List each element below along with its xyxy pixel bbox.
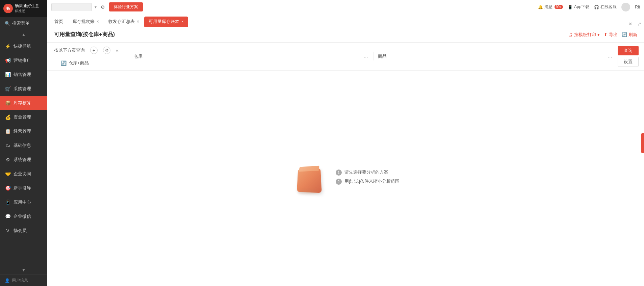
- warehouse-input[interactable]: [145, 52, 360, 61]
- sidebar-item-system[interactable]: ⚙ 系统管理: [0, 153, 47, 167]
- online-service-btn[interactable]: 🎧 在线客服: [594, 4, 617, 10]
- warehouse-label: 仓库: [134, 53, 143, 59]
- sales-icon: 📊: [5, 72, 11, 78]
- step-2-num: 2: [336, 179, 342, 185]
- query-filter-row: 按以下方案查询 + ⚙ « 🔄 仓库+商品 仓库 ...: [47, 43, 644, 71]
- sidebar-item-inventory[interactable]: 📦 库存核算: [0, 96, 47, 110]
- sidebar-item-enterprise[interactable]: 🤝 企业协同: [0, 167, 47, 181]
- tab-batch-account[interactable]: 库存批次账 ×: [68, 17, 103, 27]
- search-input[interactable]: [51, 3, 92, 11]
- purchase-icon: 🛒: [5, 86, 11, 92]
- query-row: 按以下方案查询 + ⚙ «: [47, 43, 128, 58]
- right-scrollbar: [641, 133, 644, 153]
- refresh-icon: 🔄: [622, 32, 627, 37]
- topbar-right: 🔔 消息 99+ 📱 App下载 🎧 在线客服 Rit: [538, 3, 640, 11]
- marketing-icon: 📢: [5, 57, 11, 63]
- refresh-btn[interactable]: 🔄 刷新: [622, 32, 637, 38]
- search-icon: 🔍: [5, 21, 10, 26]
- goods-input[interactable]: [389, 52, 604, 61]
- scroll-down-btn[interactable]: ▼: [0, 265, 47, 275]
- sidebar-item-operations[interactable]: 📋 经营管理: [0, 124, 47, 138]
- sidebar-item-finance[interactable]: 💰 资金管理: [0, 110, 47, 124]
- scheme-warehouse-goods[interactable]: 🔄 仓库+商品: [47, 58, 128, 68]
- guide-icon: 🎯: [5, 185, 11, 191]
- print-btn[interactable]: 🖨 按模板打印 ▾: [568, 32, 600, 38]
- sidebar-item-sales[interactable]: 📊 销售管理: [0, 68, 47, 82]
- sidebar-item-member[interactable]: V 畅会员: [0, 224, 47, 238]
- filter-divider: [373, 52, 374, 60]
- scheme-icon: 🔄: [61, 60, 67, 66]
- sidebar-item-basic[interactable]: 🗂 基础信息: [0, 138, 47, 153]
- goods-dots[interactable]: ...: [607, 53, 614, 59]
- empty-illustration: [292, 161, 326, 195]
- query-label: 按以下方案查询: [54, 47, 85, 53]
- empty-step-1: 1 请先选择要分析的方案: [336, 169, 400, 176]
- gear-icon[interactable]: ⚙: [101, 4, 105, 10]
- finance-icon: 💰: [5, 114, 11, 120]
- sidebar-search[interactable]: 🔍 搜索菜单: [0, 17, 47, 30]
- query-btn[interactable]: 查询: [618, 46, 639, 55]
- wechat-icon: 💬: [5, 213, 11, 219]
- trial-btn[interactable]: 体验行业方案: [109, 2, 143, 11]
- topbar: ▾ ⚙ 体验行业方案 🔔 消息 99+ 📱 App下载 🎧 在线客服 Rit: [47, 0, 644, 14]
- page-actions: 🖨 按模板打印 ▾ ⬆ 导出 🔄 刷新: [568, 32, 637, 38]
- headset-icon: 🎧: [594, 5, 599, 9]
- tab-close-available[interactable]: ×: [181, 19, 184, 24]
- app-center-icon: 📱: [5, 199, 11, 205]
- chevron-down-icon[interactable]: ▾: [95, 5, 97, 9]
- content-area: 可用量查询(按仓库+商品) 🖨 按模板打印 ▾ ⬆ 导出 🔄 刷新: [47, 27, 644, 286]
- sidebar-item-quick-nav[interactable]: ⚡ 快捷导航: [0, 39, 47, 53]
- sidebar-item-purchase[interactable]: 🛒 采购管理: [0, 82, 47, 96]
- sidebar-nav: ⚡ 快捷导航 📢 营销推广 📊 销售管理 🛒 采购管理 📦 库存核算 💰 资金管…: [0, 39, 47, 265]
- action-buttons: 查询 设置: [618, 46, 639, 67]
- tab-receive-summary[interactable]: 收发存汇总表 ×: [104, 17, 144, 27]
- tabbar: 首页 库存批次账 × 收发存汇总表 × 可用量库存账本 × ✕ ⤢: [47, 14, 644, 27]
- tab-home[interactable]: 首页: [50, 17, 68, 27]
- sidebar-header: 畅 畅康通好生意 标准版: [0, 0, 47, 17]
- tab-available-ledger[interactable]: 可用量库存账本 ×: [144, 17, 188, 27]
- box-shadow: [299, 190, 319, 193]
- box-icon: [297, 168, 322, 193]
- help-icon: 👤: [5, 278, 10, 283]
- system-icon: ⚙: [5, 157, 11, 163]
- warehouse-filter: 仓库 ...: [134, 52, 369, 61]
- scheme-settings-btn[interactable]: ⚙: [103, 47, 110, 54]
- app-download-btn[interactable]: 📱 App下载: [568, 4, 589, 10]
- sidebar-item-wechat[interactable]: 💬 企业微信: [0, 209, 47, 224]
- main-area: ▾ ⚙ 体验行业方案 🔔 消息 99+ 📱 App下载 🎧 在线客服 Rit 首…: [47, 0, 644, 286]
- app-version: 标准版: [15, 9, 39, 14]
- tab-close-receive[interactable]: ×: [137, 19, 139, 24]
- app-name: 畅康通好生意: [15, 3, 39, 9]
- avatar: [621, 3, 630, 11]
- quick-nav-icon: ⚡: [5, 43, 11, 49]
- sidebar-item-app-center[interactable]: 📱 应用中心: [0, 195, 47, 209]
- sidebar: 畅 畅康通好生意 标准版 🔍 搜索菜单 ▲ ⚡ 快捷导航 📢 营销推广 📊 销售…: [0, 0, 47, 286]
- app-logo: 畅: [3, 4, 13, 13]
- goods-filter: 商品 ...: [378, 52, 614, 61]
- empty-state: 1 请先选择要分析的方案 2 用[过滤]条件来缩小分析范围: [47, 71, 644, 286]
- sidebar-item-guide[interactable]: 🎯 新手引导: [0, 181, 47, 195]
- empty-text: 1 请先选择要分析的方案 2 用[过滤]条件来缩小分析范围: [336, 169, 400, 187]
- member-icon: V: [5, 228, 11, 234]
- collapse-btn[interactable]: «: [116, 48, 119, 53]
- add-scheme-btn[interactable]: +: [90, 47, 98, 54]
- query-panel: 按以下方案查询 + ⚙ « 🔄 仓库+商品: [47, 43, 128, 70]
- step-1-num: 1: [336, 170, 342, 176]
- sidebar-item-marketing[interactable]: 📢 营销推广: [0, 53, 47, 68]
- inventory-icon: 📦: [5, 100, 11, 106]
- app-info: 畅康通好生意 标准版: [15, 3, 39, 14]
- warehouse-dots[interactable]: ...: [362, 53, 369, 59]
- maximize-window-btn[interactable]: ⤢: [637, 21, 641, 27]
- tab-close-batch[interactable]: ×: [97, 19, 99, 24]
- basic-icon: 🗂: [5, 142, 11, 149]
- export-btn[interactable]: ⬆ 导出: [604, 32, 618, 38]
- empty-step-2: 2 用[过滤]条件来缩小分析范围: [336, 178, 400, 185]
- notification-btn[interactable]: 🔔 消息 99+: [538, 4, 563, 10]
- settings-btn[interactable]: 设置: [618, 57, 639, 67]
- sidebar-bottom[interactable]: 👤 用户信息: [0, 275, 47, 286]
- page-header: 可用量查询(按仓库+商品) 🖨 按模板打印 ▾ ⬆ 导出 🔄 刷新: [47, 27, 644, 43]
- scroll-up-btn[interactable]: ▲: [0, 30, 47, 39]
- mobile-icon: 📱: [568, 5, 573, 9]
- enterprise-icon: 🤝: [5, 171, 11, 177]
- close-window-btn[interactable]: ✕: [628, 21, 633, 27]
